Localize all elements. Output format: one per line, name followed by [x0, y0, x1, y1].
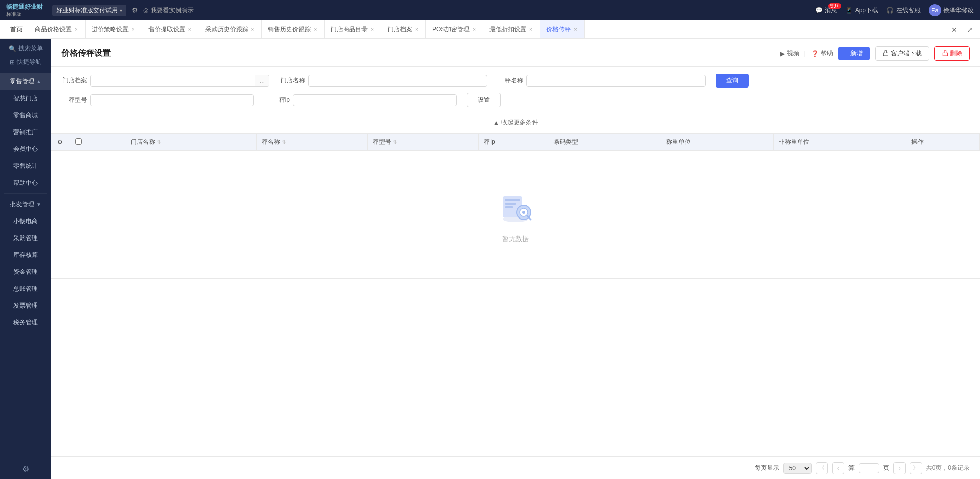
- th-scale-name[interactable]: 秤名称 ⇅: [256, 134, 367, 151]
- empty-text: 暂无数据: [502, 234, 529, 244]
- video-label: 视频: [787, 49, 799, 58]
- tab-home[interactable]: 首页: [4, 20, 29, 39]
- scale-name-input[interactable]: [526, 75, 706, 87]
- tab-close-purchase-strategy[interactable]: ×: [131, 27, 136, 32]
- tab-home-label: 首页: [10, 25, 23, 34]
- user-action[interactable]: Ea 徐泽华修改: [929, 4, 974, 16]
- member-label: 会员中心: [13, 145, 38, 154]
- sidebar-gear-icon[interactable]: ⚙: [22, 464, 29, 474]
- sidebar-item-retail-mall[interactable]: 零售商城: [0, 107, 51, 124]
- query-button[interactable]: 查询: [716, 74, 749, 88]
- filter-area: 门店档案 ... 门店名称 秤名称 查询: [51, 67, 980, 134]
- empty-icon: [495, 186, 536, 228]
- help-label: 帮助: [821, 49, 833, 58]
- help-link[interactable]: ❓ 帮助: [811, 49, 833, 58]
- th-operation: 操作: [906, 134, 980, 151]
- tab-sale-extract[interactable]: 售价提取设置 ×: [142, 20, 199, 39]
- store-name-input[interactable]: [308, 75, 487, 87]
- tab-purchase-strategy[interactable]: 进价策略设置 ×: [86, 20, 142, 39]
- filter-row-1: 门店档案 ... 门店名称 秤名称 查询: [61, 74, 970, 88]
- set-button[interactable]: 设置: [467, 93, 501, 107]
- sidebar-nav[interactable]: ⊞ 快捷导航: [0, 56, 51, 69]
- add-button[interactable]: + 新增: [838, 47, 870, 60]
- sidebar-item-retail[interactable]: 零售管理 ▲: [0, 73, 51, 90]
- sidebar-item-smart-store[interactable]: 智慧门店: [0, 90, 51, 107]
- last-page-button[interactable]: 》: [910, 462, 922, 474]
- th-scale-model[interactable]: 秤型号 ⇅: [367, 134, 478, 151]
- th-checkbox[interactable]: [70, 134, 125, 151]
- version-selector[interactable]: 好业财标准版交付试用 ▾: [52, 5, 126, 16]
- demo-link-button[interactable]: ◎ 我要看实例演示: [143, 6, 194, 15]
- search-icon: 🔍: [9, 45, 16, 52]
- tab-sale-history[interactable]: 销售历史价跟踪 ×: [262, 20, 325, 39]
- download-button[interactable]: 凸 客户端下载: [875, 46, 929, 61]
- finance-label: 资金管理: [13, 268, 38, 276]
- sidebar-item-finance[interactable]: 资金管理: [0, 264, 51, 280]
- store-file-input[interactable]: [91, 75, 255, 86]
- sidebar-item-marketing[interactable]: 营销推广: [0, 124, 51, 141]
- tab-purchase-history[interactable]: 采购历史价跟踪 ×: [199, 20, 262, 39]
- delete-button[interactable]: 凸 删除: [934, 46, 970, 61]
- sidebar-item-retail-stats[interactable]: 零售统计: [0, 158, 51, 175]
- tab-close-price-settings[interactable]: ×: [74, 27, 79, 32]
- wholesale-arrow-icon: ▼: [36, 202, 41, 207]
- sidebar-item-ecommerce[interactable]: 小畅电商: [0, 213, 51, 230]
- tab-price-transfer[interactable]: 价格传秤 ×: [540, 20, 585, 39]
- app-download-action[interactable]: 📱 App下载: [845, 6, 878, 15]
- tab-maximize-button[interactable]: ⤢: [964, 24, 976, 36]
- sidebar-item-general-ledger[interactable]: 总账管理: [0, 280, 51, 297]
- sidebar-search[interactable]: 🔍 搜索菜单: [0, 39, 51, 56]
- retail-stats-label: 零售统计: [13, 162, 38, 170]
- tab-close-sale-extract[interactable]: ×: [187, 27, 193, 32]
- select-all-checkbox[interactable]: [75, 138, 82, 145]
- tab-close-min-discount[interactable]: ×: [528, 27, 534, 32]
- demo-label: 我要看实例演示: [151, 6, 194, 15]
- tab-close-all-button[interactable]: ✕: [948, 24, 961, 36]
- tab-price-settings-label: 商品价格设置: [35, 25, 72, 34]
- page-size-select[interactable]: 20 50 100: [783, 463, 812, 474]
- sidebar-item-invoice[interactable]: 发票管理: [0, 297, 51, 314]
- logo-sub: 标准版: [6, 11, 47, 17]
- tab-close-price-transfer[interactable]: ×: [573, 27, 578, 32]
- sidebar-item-wholesale[interactable]: 批发管理 ▼: [0, 196, 51, 213]
- tab-min-discount[interactable]: 最低折扣设置 ×: [483, 20, 540, 39]
- prev-page-button[interactable]: ‹: [832, 462, 844, 474]
- sidebar-item-help[interactable]: 帮助中心: [0, 175, 51, 191]
- tab-close-pos-management[interactable]: ×: [472, 27, 477, 32]
- tab-pos-management[interactable]: POS加密管理 ×: [426, 20, 483, 39]
- sidebar-item-tax[interactable]: 税务管理: [0, 314, 51, 331]
- video-link[interactable]: ▶ 视频: [780, 49, 799, 58]
- first-page-button[interactable]: 《: [816, 462, 828, 474]
- tab-price-transfer-label: 价格传秤: [546, 25, 571, 34]
- scale-model-input[interactable]: [90, 94, 254, 106]
- tab-price-settings[interactable]: 商品价格设置 ×: [29, 20, 86, 39]
- page-title: 价格传秤设置: [61, 48, 111, 59]
- collapse-label: 收起更多条件: [501, 118, 538, 127]
- scale-name-label: 秤名称: [498, 76, 523, 85]
- sidebar-item-purchase[interactable]: 采购管理: [0, 230, 51, 247]
- header-separator: |: [804, 50, 806, 57]
- page-number-input[interactable]: 1: [859, 463, 879, 473]
- tab-store-file[interactable]: 门店档案 ×: [381, 20, 426, 39]
- page-size-label: 每页显示: [755, 464, 779, 472]
- online-service-action[interactable]: 🎧 在线客服: [886, 6, 921, 15]
- sidebar-item-inventory[interactable]: 库存核算: [0, 247, 51, 264]
- settings-icon-button[interactable]: ⚙: [132, 6, 138, 14]
- tab-close-store-catalog[interactable]: ×: [370, 27, 375, 32]
- message-action[interactable]: 💬 消息 99+: [815, 6, 837, 15]
- filter-scale-ip: 秤ip: [264, 94, 457, 106]
- sidebar-item-member[interactable]: 会员中心: [0, 141, 51, 158]
- th-gear[interactable]: ⚙: [51, 134, 70, 151]
- empty-cell: 暂无数据: [51, 151, 980, 279]
- tab-close-sale-history[interactable]: ×: [313, 27, 318, 32]
- filter-store-file: 门店档案 ...: [61, 75, 269, 87]
- demo-circle-icon: ◎: [143, 7, 148, 14]
- next-page-button[interactable]: ›: [893, 462, 906, 474]
- tab-close-purchase-history[interactable]: ×: [250, 27, 255, 32]
- tab-store-catalog[interactable]: 门店商品目录 ×: [325, 20, 381, 39]
- tab-close-store-file[interactable]: ×: [414, 27, 419, 32]
- th-store-name[interactable]: 门店名称 ⇅: [125, 134, 257, 151]
- collapse-button[interactable]: ▲ 收起更多条件: [51, 116, 980, 129]
- store-file-ref-button[interactable]: ...: [255, 75, 269, 86]
- scale-ip-input[interactable]: [293, 94, 457, 106]
